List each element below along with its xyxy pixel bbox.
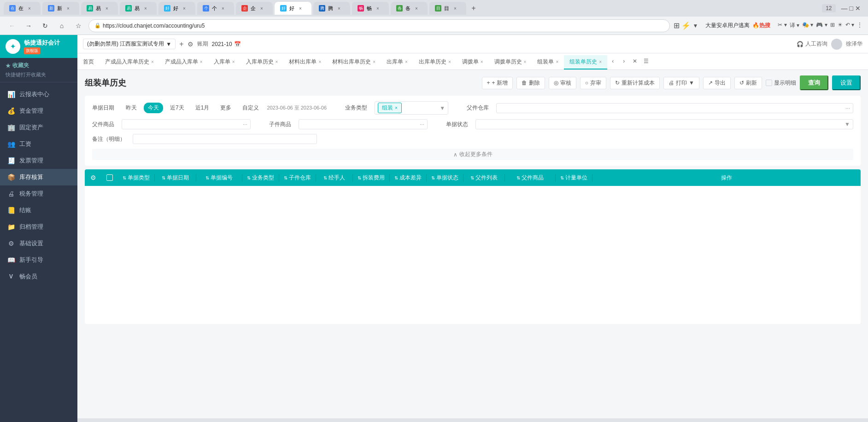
tab-close-assemble[interactable]: × bbox=[556, 59, 558, 64]
date-btn-1month[interactable]: 近1月 bbox=[191, 103, 214, 113]
biz-type-tag-remove[interactable]: × bbox=[395, 105, 398, 110]
tab-close-out-order[interactable]: × bbox=[405, 59, 408, 64]
tab-scroll-left[interactable]: ‹ bbox=[607, 53, 618, 69]
delete-button[interactable]: 🗑 删除 bbox=[516, 77, 545, 89]
tab-close-8[interactable]: × bbox=[299, 6, 302, 11]
tab-home[interactable]: 首页 bbox=[77, 55, 100, 69]
tab-out-history[interactable]: 出库单历史 × bbox=[413, 55, 457, 69]
tab-transfer-history[interactable]: 调拨单历史 × bbox=[489, 55, 532, 69]
minimize-button[interactable]: — bbox=[841, 5, 848, 12]
qr-icon[interactable]: ⊞ bbox=[674, 21, 680, 30]
tab-close-produce-in[interactable]: × bbox=[200, 59, 203, 64]
support-label[interactable]: 🎧 人工咨询 bbox=[797, 40, 827, 48]
child-goods-input[interactable]: ··· bbox=[299, 119, 428, 129]
nav-item-settings[interactable]: ⚙ 基础设置 bbox=[0, 235, 77, 252]
nav-item-salary[interactable]: 👥 工资 bbox=[0, 136, 77, 152]
tab-close-7[interactable]: × bbox=[260, 6, 263, 11]
tab-close-material-out[interactable]: × bbox=[318, 59, 321, 64]
browser-tab-8[interactable]: 好 好 × bbox=[275, 2, 311, 15]
browser-tab-9[interactable]: 腾 腾 × bbox=[313, 2, 350, 15]
lightning-icon[interactable]: ⚡ bbox=[681, 21, 691, 30]
more-icon[interactable]: ⋮ bbox=[857, 22, 862, 29]
tab-assemble-history[interactable]: 组装单历史 × bbox=[564, 55, 607, 69]
tab-close-11[interactable]: × bbox=[415, 6, 418, 11]
parent-goods-more[interactable]: ··· bbox=[243, 121, 247, 127]
tab-scroll-right[interactable]: › bbox=[618, 53, 629, 69]
collapse-bar[interactable]: ∧ 收起更多条件 bbox=[92, 149, 853, 160]
nav-item-guide[interactable]: 📖 新手引导 bbox=[0, 252, 77, 268]
back-button[interactable]: ← bbox=[6, 19, 18, 32]
status-input[interactable]: ▼ bbox=[475, 119, 853, 129]
close-button[interactable]: ✕ bbox=[855, 5, 861, 12]
horizontal-scrollbar[interactable] bbox=[77, 418, 868, 422]
browser-tab-5[interactable]: 好 好 × bbox=[158, 2, 195, 15]
forward-button[interactable]: → bbox=[22, 19, 35, 32]
tab-produce-in[interactable]: 产成品入库单 × bbox=[159, 55, 208, 69]
calendar-icon[interactable]: 📅 bbox=[234, 41, 241, 47]
add-company-button[interactable]: + bbox=[179, 40, 183, 48]
tab-close-2[interactable]: × bbox=[67, 6, 70, 11]
query-button[interactable]: 查询 bbox=[800, 75, 828, 90]
biz-type-input-area[interactable]: 组装 × ▼ bbox=[375, 101, 448, 115]
tab-close-9[interactable]: × bbox=[338, 6, 340, 11]
tab-close-4[interactable]: × bbox=[144, 6, 147, 11]
undo-icon[interactable]: ↶ ▾ bbox=[845, 22, 854, 29]
address-bar[interactable]: 🔒 https://cloud.chanjet.com/accounting/u… bbox=[88, 19, 670, 32]
abandon-button[interactable]: ○ 弃审 bbox=[580, 77, 606, 89]
add-button[interactable]: + + 新增 bbox=[482, 77, 513, 89]
parent-warehouse-more[interactable]: ··· bbox=[845, 105, 850, 111]
settings-button[interactable]: 设置 bbox=[832, 75, 861, 90]
select-all-checkbox[interactable] bbox=[106, 174, 113, 181]
child-goods-more[interactable]: ··· bbox=[420, 121, 424, 127]
tab-material-out-history[interactable]: 材料出库单历史 × bbox=[327, 55, 381, 69]
date-btn-today[interactable]: 今天 bbox=[144, 103, 163, 113]
browser-tab-6[interactable]: 个 个 × bbox=[197, 2, 234, 15]
scissors-icon[interactable]: ✂ ▾ bbox=[778, 22, 786, 29]
dropdown-icon[interactable]: ▼ bbox=[692, 23, 698, 29]
tab-material-out[interactable]: 材料出库单 × bbox=[283, 55, 327, 69]
tab-close-out-history[interactable]: × bbox=[448, 59, 451, 64]
tab-close-10[interactable]: × bbox=[376, 6, 379, 11]
tab-close-in-history[interactable]: × bbox=[276, 59, 278, 64]
recalc-button[interactable]: ↻ 重新计算成本 bbox=[610, 77, 660, 89]
sort-icon-biz[interactable]: ⇅ bbox=[247, 175, 251, 180]
browser-tab-7[interactable]: 企 企 × bbox=[236, 2, 273, 15]
date-btn-yesterday[interactable]: 昨天 bbox=[122, 103, 141, 113]
export-button[interactable]: ↗ 导出 bbox=[703, 77, 731, 89]
tab-close-12[interactable]: × bbox=[454, 6, 457, 11]
sort-icon-date[interactable]: ⇅ bbox=[162, 175, 165, 180]
browser-tab-12[interactable]: 目 目 × bbox=[429, 2, 466, 15]
grid-icon[interactable]: ⊞ bbox=[830, 22, 835, 29]
sort-icon-handler[interactable]: ⇅ bbox=[323, 175, 327, 180]
tab-close-3[interactable]: × bbox=[106, 6, 108, 11]
sort-icon-num[interactable]: ⇅ bbox=[205, 175, 209, 180]
print-button[interactable]: 🖨 打印 ▼ bbox=[663, 77, 699, 89]
refresh-button[interactable]: ↺ 刷新 bbox=[734, 77, 762, 89]
tab-close-5[interactable]: × bbox=[183, 6, 186, 11]
tab-more-options[interactable]: ☰ bbox=[640, 53, 651, 69]
sort-icon-status[interactable]: ⇅ bbox=[431, 175, 435, 180]
nav-item-archive[interactable]: 📁 归档管理 bbox=[0, 219, 77, 235]
tab-close-6[interactable]: × bbox=[222, 6, 224, 11]
date-btn-more[interactable]: 更多 bbox=[216, 103, 235, 113]
tab-in-history[interactable]: 入库单历史 × bbox=[240, 55, 284, 69]
table-header-checkbox[interactable] bbox=[101, 174, 118, 181]
bookmark-button[interactable]: ☆ bbox=[72, 19, 85, 32]
new-tab-button[interactable]: + bbox=[468, 3, 479, 14]
sort-icon-cost-diff[interactable]: ⇅ bbox=[394, 175, 398, 180]
table-settings-icon[interactable]: ⚙ bbox=[85, 174, 101, 181]
status-dropdown-icon[interactable]: ▼ bbox=[845, 121, 850, 127]
tab-close-all[interactable]: ✕ bbox=[629, 53, 640, 69]
tab-close-assemble-history[interactable]: × bbox=[599, 59, 602, 64]
nav-item-member[interactable]: V 畅会员 bbox=[0, 268, 77, 285]
settings-icon[interactable]: ⚙ bbox=[188, 40, 194, 48]
sort-icon-unit[interactable]: ⇅ bbox=[560, 175, 564, 180]
tab-close-material-out-history[interactable]: × bbox=[373, 59, 375, 64]
sort-icon-parent-goods[interactable]: ⇅ bbox=[516, 175, 520, 180]
company-selector[interactable]: (勿删勿禁用) 江西服宝测试专用 ▼ bbox=[83, 39, 176, 49]
browser-tab-11[interactable]: 各 各 × bbox=[391, 2, 428, 15]
date-btn-7days[interactable]: 近7天 bbox=[166, 103, 188, 113]
tab-in-order[interactable]: 入库单 × bbox=[208, 55, 240, 69]
nav-item-funds[interactable]: 💰 资金管理 bbox=[0, 103, 77, 119]
sun-icon[interactable]: ☀ bbox=[838, 22, 843, 29]
